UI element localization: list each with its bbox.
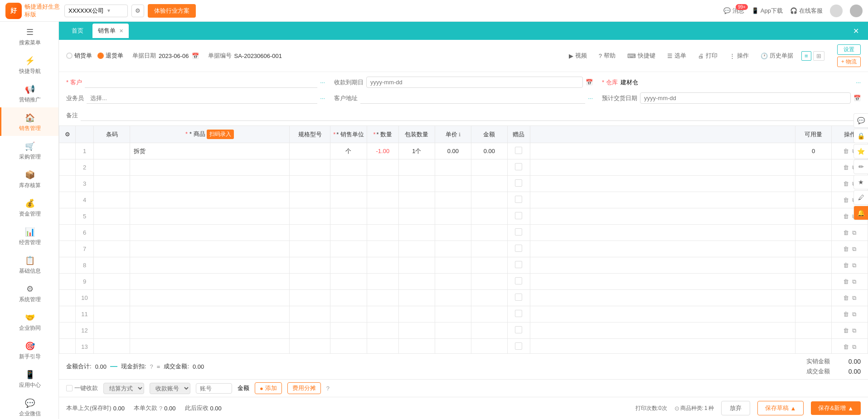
cell-spec-6[interactable]: [290, 241, 330, 257]
copy-row-btn-7[interactable]: ⧉: [851, 261, 857, 270]
delete-row-btn-8[interactable]: 🗑: [842, 277, 850, 286]
cell-spec-7[interactable]: [290, 257, 330, 274]
owe-info-icon[interactable]: ?: [159, 405, 162, 412]
cell-unit-11[interactable]: [330, 323, 367, 339]
cell-price-7[interactable]: [435, 257, 471, 274]
cell-qty-2[interactable]: [367, 176, 398, 192]
customer-input[interactable]: [85, 77, 317, 88]
cell-barcode-7[interactable]: [94, 257, 130, 274]
cell-goods-1[interactable]: [130, 159, 290, 176]
cell-unit-0[interactable]: 个: [330, 143, 367, 159]
cell-gift-11[interactable]: [507, 323, 530, 339]
cell-qty-7[interactable]: [367, 257, 398, 274]
cell-pack-3[interactable]: [398, 192, 435, 208]
cell-price-3[interactable]: [435, 192, 471, 208]
copy-row-btn-10[interactable]: ⧉: [851, 310, 857, 319]
delete-row-btn-7[interactable]: 🗑: [842, 261, 850, 270]
cell-goods-7[interactable]: [130, 257, 290, 274]
delete-row-btn-4[interactable]: 🗑: [842, 212, 850, 221]
cell-price-0[interactable]: 0.00: [435, 143, 471, 159]
grid-view-icon[interactable]: ⊞: [813, 51, 824, 61]
customer-addr-input[interactable]: [360, 93, 585, 104]
right-tool-chat[interactable]: 💬: [853, 113, 868, 128]
cell-gift-6[interactable]: [507, 241, 530, 257]
sidebar-item-system[interactable]: ⚙ 系统管理: [0, 279, 58, 307]
trial-button[interactable]: 体验行业方案: [148, 4, 196, 18]
cell-pack-7[interactable]: [398, 257, 435, 274]
sidebar-item-finance[interactable]: 💰 资金管理: [0, 193, 58, 222]
cell-pack-8[interactable]: [398, 274, 435, 290]
cell-barcode-5[interactable]: [94, 225, 130, 241]
cell-goods-12[interactable]: [130, 339, 290, 354]
cell-gift-12[interactable]: [507, 339, 530, 354]
cell-unit-3[interactable]: [330, 192, 367, 208]
delete-row-btn-9[interactable]: 🗑: [842, 294, 850, 302]
th-settings[interactable]: ⚙: [59, 126, 76, 143]
expense-split-button[interactable]: 费用分摊: [287, 382, 321, 394]
settings-button[interactable]: 设置: [837, 44, 861, 55]
salesperson-dots-icon[interactable]: ···: [320, 95, 325, 101]
cell-gift-4[interactable]: [507, 208, 530, 225]
list-view-icon[interactable]: ≡: [801, 51, 811, 61]
settle-method-select[interactable]: 结算方式: [103, 383, 144, 394]
cell-goods-5[interactable]: [130, 225, 290, 241]
cell-pack-4[interactable]: [398, 208, 435, 225]
right-tool-bookmark[interactable]: ★: [853, 175, 868, 189]
delete-row-btn-6[interactable]: 🗑: [842, 245, 850, 253]
copy-row-btn-5[interactable]: ⧉: [851, 228, 857, 237]
sidebar-item-inventory[interactable]: 📦 库存核算: [0, 164, 58, 193]
cell-unit-10[interactable]: [330, 306, 367, 323]
cell-qty-9[interactable]: [367, 290, 398, 306]
cell-price-11[interactable]: [435, 323, 471, 339]
sidebar-item-collab[interactable]: 🤝 企业协同: [0, 307, 58, 336]
delete-row-btn-11[interactable]: 🗑: [842, 326, 850, 335]
cell-qty-5[interactable]: [367, 225, 398, 241]
sidebar-item-search[interactable]: ☰ 搜索菜单: [0, 22, 58, 50]
cell-goods-6[interactable]: [130, 241, 290, 257]
customer-dots-icon[interactable]: ···: [320, 79, 325, 86]
cell-pack-6[interactable]: [398, 241, 435, 257]
cell-spec-9[interactable]: [290, 290, 330, 306]
save-new-button[interactable]: 保存&新增 ▲: [811, 401, 861, 415]
sidebar-item-operations[interactable]: 📊 经营管理: [0, 222, 58, 250]
company-selector[interactable]: XXXXXX公司 ▼: [64, 5, 128, 17]
scan-button[interactable]: 扫码录入: [207, 130, 234, 139]
delete-row-btn-3[interactable]: 🗑: [842, 196, 850, 204]
cell-price-8[interactable]: [435, 274, 471, 290]
cell-spec-8[interactable]: [290, 274, 330, 290]
salesperson-input[interactable]: [87, 93, 317, 104]
cell-spec-11[interactable]: [290, 323, 330, 339]
cell-amount-9[interactable]: [471, 290, 507, 306]
cell-amount-0[interactable]: 0.00: [471, 143, 507, 159]
cell-goods-4[interactable]: [130, 208, 290, 225]
save-draft-button[interactable]: 保存草稿 ▲: [757, 401, 804, 415]
tab-close-icon[interactable]: ✕: [119, 28, 123, 34]
message-button[interactable]: 💬 消息 99+: [723, 7, 744, 15]
right-tool-edit[interactable]: ✏: [853, 159, 868, 174]
cell-barcode-8[interactable]: [94, 274, 130, 290]
one-click-pay-checkbox[interactable]: 一键收款: [66, 384, 98, 392]
cell-goods-10[interactable]: [130, 306, 290, 323]
price-info-icon[interactable]: ℹ: [459, 132, 461, 137]
cell-unit-1[interactable]: [330, 159, 367, 176]
cell-spec-4[interactable]: [290, 208, 330, 225]
sidebar-item-purchase[interactable]: 🛒 采购管理: [0, 136, 58, 164]
cell-gift-5[interactable]: [507, 225, 530, 241]
tab-close-right[interactable]: ✕: [853, 27, 863, 35]
radio-return-order[interactable]: 退货单: [97, 52, 123, 60]
cell-qty-6[interactable]: [367, 241, 398, 257]
due-date-input[interactable]: [366, 77, 583, 88]
delete-row-btn-2[interactable]: 🗑: [842, 179, 850, 188]
history-btn[interactable]: 🕐 历史单据: [757, 50, 797, 61]
cell-unit-4[interactable]: [330, 208, 367, 225]
cell-goods-0[interactable]: 拆货: [130, 143, 290, 159]
cell-gift-1[interactable]: [507, 159, 530, 176]
delete-row-btn-5[interactable]: 🗑: [842, 228, 850, 237]
date-value[interactable]: 2023-06-06: [159, 53, 189, 59]
cell-price-4[interactable]: [435, 208, 471, 225]
copy-row-btn-11[interactable]: ⧉: [851, 326, 857, 335]
cell-gift-2[interactable]: [507, 176, 530, 192]
cell-price-10[interactable]: [435, 306, 471, 323]
discard-button[interactable]: 放弃: [721, 401, 750, 415]
cell-price-2[interactable]: [435, 176, 471, 192]
